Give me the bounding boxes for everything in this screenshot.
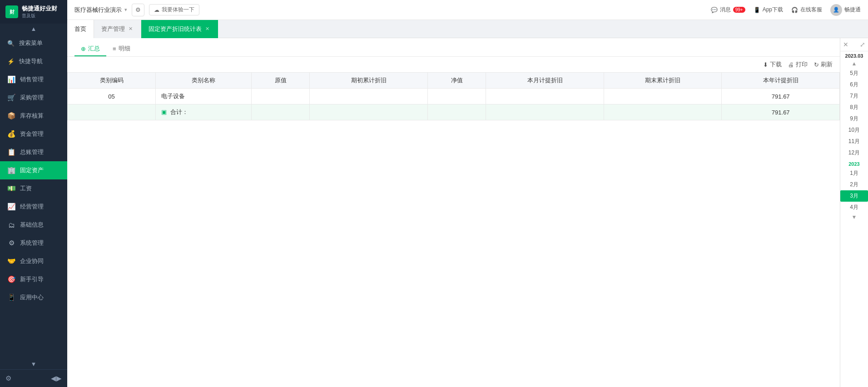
- sidebar-item-salary[interactable]: 💵 工资: [0, 179, 67, 198]
- date-scroll-down[interactable]: ▼: [840, 213, 868, 221]
- date-month-2023-4[interactable]: 4月: [840, 202, 868, 213]
- total-label: ▣ 合计：: [156, 104, 252, 120]
- col-header-initial-accumulated: 期初累计折旧: [310, 73, 428, 89]
- date-month-2023-3[interactable]: 3月: [840, 190, 868, 202]
- company-chevron-icon: ▾: [124, 7, 127, 13]
- sidebar-item-guide[interactable]: 🎯 新手引导: [0, 270, 67, 288]
- table-row: 05 电子设备 791.67: [68, 89, 840, 104]
- sidebar-scroll-down[interactable]: ▼: [0, 359, 67, 369]
- tabs-bar: 首页 资产管理 ✕ 固定资产折旧统计表 ✕: [67, 20, 868, 38]
- row-annual: 791.67: [722, 89, 840, 104]
- customer-service-icon: 🎧: [791, 7, 798, 13]
- depreciation-table: 类别编码 类别名称 原值 期初累计折旧 净值 本月计提折旧 期末累计折旧 本年计…: [67, 72, 840, 120]
- topbar-settings-button[interactable]: ⚙: [132, 4, 144, 16]
- date-month-11[interactable]: 11月: [840, 136, 868, 147]
- sidebar-item-quick-nav[interactable]: ⚡ 快捷导航: [0, 52, 67, 70]
- tab-close-depreciation-report[interactable]: ✕: [204, 26, 210, 32]
- sidebar-scroll-up[interactable]: ▲: [0, 24, 67, 34]
- sidebar-item-search[interactable]: 🔍 搜索菜单: [0, 34, 67, 52]
- tab-close-asset-mgmt[interactable]: ✕: [127, 26, 134, 32]
- experience-button[interactable]: ☁ 我要体验一下: [149, 4, 199, 15]
- col-header-annual: 本年计提折旧: [722, 73, 840, 89]
- user-profile[interactable]: 👤 畅捷通: [830, 4, 861, 16]
- sidebar-item-funds[interactable]: 💰 资金管理: [0, 125, 67, 143]
- year-2023-label[interactable]: 2023: [848, 159, 859, 168]
- summary-icon: ⊕: [81, 45, 86, 52]
- date-month-7[interactable]: 7月: [840, 90, 868, 102]
- app-logo: 财 畅捷通好业财 普及版: [0, 0, 67, 24]
- sidebar-item-sales[interactable]: 📊 销售管理: [0, 70, 67, 89]
- total-annual: 791.67: [722, 104, 840, 120]
- row-monthly: [486, 89, 604, 104]
- refresh-button[interactable]: ↻ 刷新: [814, 60, 833, 69]
- sub-tab-summary[interactable]: ⊕ 汇总: [74, 42, 106, 56]
- date-month-5[interactable]: 5月: [840, 68, 868, 79]
- main-area: 医疗器械行业演示 ▾ ⚙ ☁ 我要体验一下 💬 消息 99+ 📱 App下载 🎧…: [67, 0, 868, 387]
- total-icon: ▣: [161, 109, 167, 115]
- col-header-net-value: 净值: [427, 73, 486, 89]
- tab-depreciation-report[interactable]: 固定资产折旧统计表 ✕: [141, 20, 218, 38]
- app-download-icon: 📱: [754, 7, 760, 13]
- fixed-assets-icon: 🏢: [7, 166, 15, 174]
- total-net-value: [427, 104, 486, 120]
- date-month-10[interactable]: 10月: [840, 124, 868, 136]
- collapse-sidebar-icon[interactable]: ◀▶: [51, 374, 62, 382]
- salary-icon: 💵: [7, 184, 15, 193]
- row-code: 05: [68, 89, 156, 104]
- customer-service-button[interactable]: 🎧 在线客服: [791, 6, 822, 14]
- purchase-icon: 🛒: [7, 94, 15, 102]
- app-center-icon: 📱: [7, 293, 15, 302]
- sidebar-item-fixed-assets[interactable]: 🏢 固定资产: [0, 161, 67, 179]
- sidebar-item-basic-info[interactable]: 🗂 基础信息: [0, 216, 67, 234]
- data-table-wrap: 类别编码 类别名称 原值 期初累计折旧 净值 本月计提折旧 期末累计折旧 本年计…: [67, 72, 840, 387]
- company-selector[interactable]: 医疗器械行业演示 ▾: [74, 6, 127, 14]
- date-scroll-up[interactable]: ▲: [840, 60, 868, 68]
- date-month-6[interactable]: 6月: [840, 79, 868, 90]
- gear-icon: ⚙: [135, 6, 141, 13]
- total-original-value: [251, 104, 310, 120]
- sidebar-bottom: ⚙ ◀▶: [0, 369, 67, 387]
- col-header-code: 类别编码: [68, 73, 156, 89]
- download-button[interactable]: ⬇ 下载: [763, 60, 782, 69]
- row-net-value: [427, 89, 486, 104]
- content-area: ⊕ 汇总 ≡ 明细 ⬇ 下载 🖨 打印 ↻: [67, 38, 840, 387]
- message-button[interactable]: 💬 消息 99+: [711, 6, 745, 14]
- row-initial-accumulated: [310, 89, 428, 104]
- right-panel-header: ✕ ⤢: [840, 38, 868, 51]
- right-panel-expand-icon[interactable]: ⤢: [860, 41, 865, 48]
- sidebar-item-enterprise[interactable]: 🤝 企业协同: [0, 252, 67, 270]
- guide-icon: 🎯: [7, 275, 15, 283]
- sidebar: 财 畅捷通好业财 普及版 ▲ 🔍 搜索菜单 ⚡ 快捷导航 📊 销售管理 🛒 采购…: [0, 0, 67, 387]
- date-month-9[interactable]: 9月: [840, 113, 868, 124]
- inventory-icon: 📦: [7, 112, 15, 120]
- total-monthly: [486, 104, 604, 120]
- date-month-2023-2[interactable]: 2月: [840, 179, 868, 190]
- date-month-12[interactable]: 12月: [840, 147, 868, 159]
- print-button[interactable]: 🖨 打印: [788, 60, 808, 69]
- row-end-accumulated: [604, 89, 722, 104]
- tab-asset-mgmt[interactable]: 资产管理 ✕: [94, 20, 141, 38]
- total-end-accumulated: [604, 104, 722, 120]
- settings-bottom-icon[interactable]: ⚙: [5, 374, 11, 382]
- app-download-button[interactable]: 📱 App下载: [754, 6, 783, 14]
- sidebar-item-app-center[interactable]: 📱 应用中心: [0, 288, 67, 307]
- right-date-panel: ✕ ⤢ 2023.03 ▲ 5月 6月 7月 8月 9月 10月 11月 12月…: [840, 38, 868, 387]
- sidebar-item-inventory[interactable]: 📦 库存核算: [0, 107, 67, 125]
- refresh-icon: ↻: [814, 61, 819, 68]
- row-original-value: [251, 89, 310, 104]
- operations-icon: 📈: [7, 203, 15, 211]
- sidebar-item-purchase[interactable]: 🛒 采购管理: [0, 89, 67, 107]
- date-month-8[interactable]: 8月: [840, 102, 868, 113]
- right-panel-close-icon[interactable]: ✕: [843, 41, 848, 48]
- logo-text: 畅捷通好业财 普及版: [22, 5, 57, 19]
- tab-home[interactable]: 首页: [67, 20, 94, 38]
- sidebar-item-system[interactable]: ⚙ 系统管理: [0, 234, 67, 252]
- sub-tab-detail[interactable]: ≡ 明细: [106, 42, 137, 56]
- experience-icon: ☁: [154, 7, 159, 13]
- search-icon: 🔍: [7, 40, 15, 47]
- sub-tabs: ⊕ 汇总 ≡ 明细: [67, 38, 840, 57]
- date-month-2023-1[interactable]: 1月: [840, 168, 868, 179]
- sidebar-item-operations[interactable]: 📈 经营管理: [0, 198, 67, 216]
- date-section-2023: 1月 2月 3月 4月: [840, 168, 868, 213]
- sidebar-item-ledger[interactable]: 📋 总账管理: [0, 143, 67, 161]
